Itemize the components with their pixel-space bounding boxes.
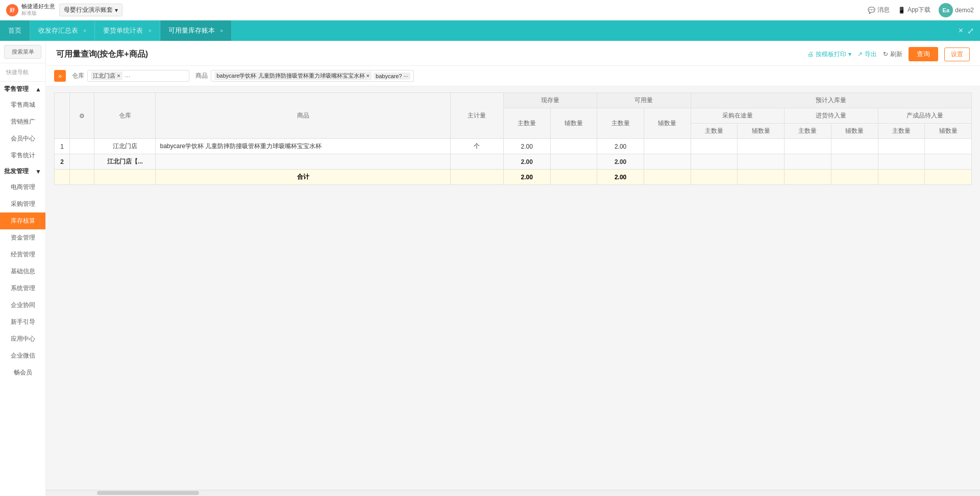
template-print-label: 按模板打印 [816, 50, 846, 59]
tab-receipts-label: 收发存汇总表 [38, 26, 78, 35]
export-btn[interactable]: ↗ 导出 [857, 50, 877, 59]
sidebar-item-finance-label: 资金管理 [11, 233, 35, 242]
product-filter-group: 商品 babycare学饮杯 儿童防摔防撞吸管杯重力球吸嘴杯宝宝水杯 × bab… [195, 70, 413, 82]
tab-order-stats[interactable]: 要货单统计表 × [95, 20, 160, 41]
sidebar-item-wholesale[interactable]: 批发管理 ▼ [0, 164, 45, 179]
sidebar: 搜索菜单 快捷导航 零售管理 ▲ 零售商城 营销推广 会员中心 零售统计 批发管… [0, 41, 46, 496]
sidebar-item-member-label: 会员中心 [11, 134, 35, 143]
th-incoming-main: 主数量 [785, 124, 831, 139]
sidebar-item-inventory[interactable]: 库存核算 [0, 212, 45, 229]
cell-index-1: 1 [55, 139, 70, 154]
sidebar-item-enterprise-wechat[interactable]: 企业微信 [0, 347, 45, 364]
sidebar-item-operations[interactable]: 经营管理 [0, 246, 45, 263]
sidebar-item-purchase[interactable]: 采购管理 [0, 196, 45, 212]
filter-toggle-btn[interactable]: » [54, 70, 66, 82]
cell-unit-1: 个 [450, 139, 503, 154]
cell-production-main-1 [878, 139, 925, 154]
sidebar-item-app-center[interactable]: 应用中心 [0, 330, 45, 347]
top-bar-right: 💬 消息 📱 App下载 Ea demo2 [868, 3, 974, 17]
message-btn[interactable]: 💬 消息 [868, 6, 890, 14]
industry-selector[interactable]: 母婴行业演示账套 ▾ [59, 4, 122, 16]
top-bar: 好 畅捷通好生意 标准版 母婴行业演示账套 ▾ 💬 消息 📱 App下载 Ea … [0, 0, 980, 20]
summary-production-aux [925, 170, 972, 185]
product-tag-area[interactable]: babycare学饮杯 儿童防摔防撞吸管杯重力球吸嘴杯宝宝水杯 × babyca… [211, 70, 413, 82]
cell-settings-1 [70, 139, 94, 154]
sidebar-item-member[interactable]: 会员中心 [0, 130, 45, 147]
tab-home[interactable]: 首页 [0, 20, 30, 41]
mobile-icon: 📱 [898, 7, 905, 14]
logo-text-area: 畅捷通好生意 标准版 [21, 3, 55, 17]
page-title: 可用量查询(按仓库+商品) [56, 49, 148, 60]
sidebar-item-purchase-label: 采购管理 [11, 200, 35, 208]
sidebar-item-marketing[interactable]: 营销推广 [0, 113, 45, 130]
cell-production-aux-2 [925, 154, 972, 170]
th-index [55, 93, 70, 139]
cell-warehouse-1: 江北门店 [94, 139, 156, 154]
tab-receipts-close[interactable]: × [83, 28, 86, 34]
chevron-down-icon: ▾ [115, 7, 118, 14]
sidebar-item-ecommerce[interactable]: 电商管理 [0, 179, 45, 196]
tab-home-label: 首页 [8, 26, 21, 35]
tab-available-stock-close[interactable]: × [220, 28, 223, 34]
th-planned-inbound: 预计入库量 [691, 93, 971, 108]
tab-receipts[interactable]: 收发存汇总表 × [30, 20, 95, 41]
user-name: demo2 [955, 7, 974, 14]
summary-production-main [878, 170, 925, 185]
summary-avail-main: 2.00 [597, 170, 644, 185]
tab-order-stats-close[interactable]: × [148, 28, 151, 34]
cell-production-main-2 [878, 154, 925, 170]
cell-warehouse-2: 江北门店【... [94, 154, 156, 170]
scrollbar-thumb[interactable] [97, 491, 199, 495]
app-download-btn[interactable]: 📱 App下载 [898, 6, 930, 14]
sidebar-search: 搜索菜单 [0, 41, 45, 63]
export-icon: ↗ [857, 51, 863, 58]
product-tag-2-text: babycare? ··· [376, 73, 408, 79]
th-stock-main: 主数量 [503, 108, 550, 139]
th-purchase-main: 主数量 [691, 124, 738, 139]
sidebar-item-wholesale-label: 批发管理 [4, 167, 29, 176]
th-available: 可用量 [597, 93, 691, 108]
settings-button[interactable]: 设置 [944, 48, 970, 61]
th-settings[interactable]: ⚙ [70, 93, 94, 139]
sidebar-item-retail-mall[interactable]: 零售商城 [0, 97, 45, 113]
cell-stock-aux-2 [550, 154, 597, 170]
industry-selector-label: 母婴行业演示账套 [64, 6, 113, 14]
quick-nav-label: 快捷导航 [0, 66, 45, 78]
horizontal-scrollbar[interactable] [46, 490, 980, 496]
close-window-icon[interactable]: × [959, 26, 963, 35]
sidebar-item-system[interactable]: 系统管理 [0, 280, 45, 297]
sidebar-item-retail-stats[interactable]: 零售统计 [0, 147, 45, 164]
th-incoming-aux: 辅数量 [831, 124, 878, 139]
refresh-label: 刷新 [890, 50, 902, 59]
sidebar-item-enterprise[interactable]: 企业协同 [0, 297, 45, 314]
table-row: 1 江北门店 babycare学饮杯 儿童防摔防撞吸管杯重力球吸嘴杯宝宝水杯 个… [55, 139, 972, 154]
logo-icon: 好 [6, 4, 18, 16]
sidebar-item-new-guide[interactable]: 新手引导 [0, 314, 45, 330]
th-production-main: 主数量 [878, 124, 925, 139]
warehouse-filter-dots[interactable]: ··· [125, 72, 131, 80]
warehouse-tag: 江北门店 × [91, 72, 122, 80]
sidebar-item-finance[interactable]: 资金管理 [0, 229, 45, 246]
sidebar-item-retail-stats-label: 零售统计 [11, 151, 35, 160]
search-menu-btn[interactable]: 搜索菜单 [4, 45, 41, 59]
sidebar-item-enterprise-wechat-label: 企业微信 [11, 351, 35, 360]
th-purchase-transit: 采购在途量 [691, 108, 784, 124]
sidebar-item-retail-mgmt[interactable]: 零售管理 ▲ [0, 82, 45, 97]
template-print-btn[interactable]: 🖨 按模板打印 ▾ [807, 50, 851, 59]
sidebar-item-operations-label: 经营管理 [11, 250, 35, 259]
tab-available-stock[interactable]: 可用量库存账本 × [160, 20, 232, 41]
sidebar-item-app-center-label: 应用中心 [11, 335, 35, 343]
cell-stock-aux-1 [550, 139, 597, 154]
print-icon: 🖨 [807, 51, 814, 58]
summary-row: 合计 2.00 2.00 [55, 170, 972, 185]
sidebar-item-retail-mgmt-label: 零售管理 [4, 85, 29, 93]
sidebar-item-vip[interactable]: 畅会员 [0, 364, 45, 381]
warehouse-tag-area[interactable]: 江北门店 × ··· [87, 70, 189, 82]
refresh-btn[interactable]: ↻ 刷新 [883, 50, 902, 59]
chevron-down-icon-print: ▾ [848, 51, 851, 58]
query-button[interactable]: 查询 [909, 47, 938, 61]
restore-window-icon[interactable]: ⤢ [967, 26, 974, 36]
cell-unit-2 [450, 154, 503, 170]
sidebar-item-basics[interactable]: 基础信息 [0, 263, 45, 280]
user-area[interactable]: Ea demo2 [939, 3, 974, 17]
